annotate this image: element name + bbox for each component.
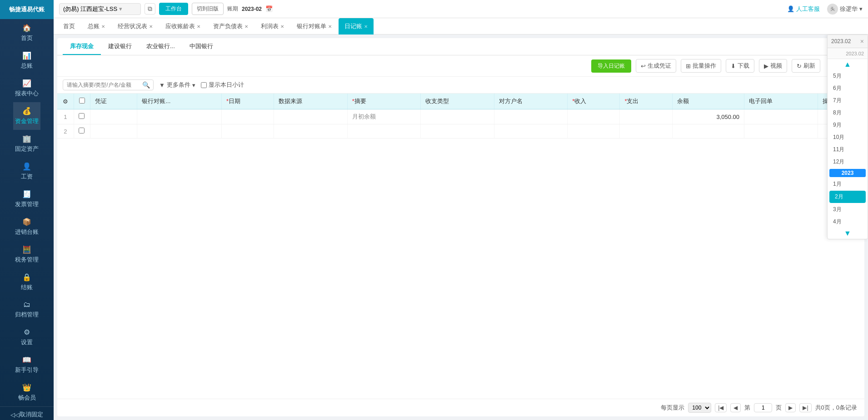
copy-button[interactable]: ⧉ (145, 3, 155, 15)
month-item-current-3[interactable]: 3月 (828, 203, 868, 216)
last-page-button[interactable]: ▶| (799, 403, 811, 412)
headset-icon: 👤 (787, 5, 794, 12)
download-button[interactable]: ⬇ 下载 (726, 59, 754, 73)
old-version-button[interactable]: 切到旧版 (192, 3, 224, 15)
tab-bank-reconcile[interactable]: 银行对账单✕ (291, 18, 338, 35)
month-item-current-4[interactable]: 4月 (828, 216, 868, 228)
import-daily-ledger-button[interactable]: 导入日记账 (591, 59, 631, 73)
more-filter-button[interactable]: ▼ 更多条件 ▾ (159, 81, 195, 89)
sidebar-item-settings[interactable]: ⚙设置 (13, 323, 40, 351)
tab-profit[interactable]: 利润表✕ (255, 18, 290, 35)
chevron-down-icon: ▾ (192, 82, 195, 89)
close-tab-profit-icon[interactable]: ✕ (280, 24, 284, 29)
sidebar-item-label: 报表中心 (15, 89, 39, 98)
month-item-6[interactable]: 6月 (828, 82, 868, 94)
user-menu[interactable]: 头 徐逻华 ▾ (827, 4, 863, 15)
tab-business-status[interactable]: 经营状况表✕ (112, 18, 159, 35)
tab-daily-ledger[interactable]: 日记账✕ (339, 18, 374, 35)
close-tab-ledger-icon[interactable]: ✕ (101, 24, 105, 29)
archive-icon: 🗂 (23, 301, 30, 309)
sidebar-item-home[interactable]: 🏠首页 (13, 19, 40, 47)
unpin-button[interactable]: ◁◁ 取消固定 (0, 406, 54, 420)
calendar-icon[interactable]: 📅 (265, 5, 273, 12)
search-input[interactable] (63, 79, 154, 90)
sidebar-item-payroll[interactable]: 👤工资 (13, 158, 40, 185)
workbench-button[interactable]: 工作台 (159, 3, 188, 15)
sidebar-item-ledger[interactable]: 📊总账 (13, 47, 40, 74)
sub-tab-boc[interactable]: 中国银行 (182, 39, 220, 55)
service-label: 人工客服 (796, 5, 820, 13)
sidebar-item-label: 发票管理 (15, 200, 39, 208)
sub-tab-ccb[interactable]: 建设银行 (101, 39, 139, 55)
ledger-icon: 📊 (22, 51, 31, 60)
cell-row-num: 2 (57, 124, 74, 138)
next-page-button[interactable]: ▶ (785, 403, 796, 412)
search-wrapper: 🔍 (63, 79, 154, 90)
month-item-current-1[interactable]: 1月 (828, 178, 868, 190)
th-checkbox[interactable] (74, 94, 90, 109)
app-name: 畅捷通易代账 (9, 6, 45, 13)
toolbar: 导入日记账 ↩ 生成凭证 ⊞ 批量操作 ⬇ 下载 ▶ (57, 55, 864, 77)
month-item-current-2[interactable]: 2月 (829, 191, 866, 203)
sidebar-item-closing[interactable]: 🔒结账 (13, 268, 40, 296)
customer-service-button[interactable]: 👤 人工客服 (787, 5, 820, 13)
month-item-12[interactable]: 12月 (828, 156, 868, 168)
cell-cashflow-type (421, 109, 494, 124)
sidebar-item-fixed-assets[interactable]: 🏢固定资产 (13, 130, 40, 158)
show-daily-total-label: 显示本日小计 (209, 81, 244, 89)
sidebar-item-archive[interactable]: 🗂归档管理 (13, 296, 40, 323)
refresh-button[interactable]: ↻ 刷新 (792, 59, 820, 73)
per-page-select[interactable]: 2050100200 (688, 403, 711, 413)
th-settings[interactable]: ⚙ (57, 94, 74, 109)
sidebar-item-purchase-sales[interactable]: 📦进销台账 (13, 213, 40, 241)
sub-tab-cash[interactable]: 库存现金 (63, 39, 101, 55)
video-label: 视频 (770, 62, 782, 70)
sidebar-item-tax[interactable]: 🧮税务管理 (13, 241, 40, 268)
month-item-9[interactable]: 9月 (828, 119, 868, 131)
tab-assets-liabilities[interactable]: 资产负债表✕ (207, 18, 254, 35)
close-tab-receivables-icon[interactable]: ✕ (197, 24, 200, 29)
cell-row-num: 1 (57, 109, 74, 124)
month-item-7[interactable]: 7月 (828, 94, 868, 107)
close-tab-bank-reconcile-icon[interactable]: ✕ (328, 24, 332, 29)
tab-ledger[interactable]: 总账✕ (82, 18, 111, 35)
row-checkbox[interactable] (79, 128, 85, 133)
month-item-10[interactable]: 10月 (828, 131, 868, 143)
tab-home[interactable]: 首页 (57, 18, 81, 35)
month-item-5[interactable]: 5月 (828, 70, 868, 82)
cell-checkbox[interactable] (74, 109, 90, 124)
prev-page-button[interactable]: ◀ (730, 403, 741, 412)
video-button[interactable]: ▶ 视频 (759, 59, 787, 73)
batch-ops-button[interactable]: ⊞ 批量操作 (681, 59, 721, 73)
sidebar-item-reports[interactable]: 📈报表中心 (13, 74, 40, 102)
sub-tab-abc[interactable]: 农业银行... (139, 39, 182, 55)
cell-expense (620, 124, 672, 138)
cell-checkbox[interactable] (74, 124, 90, 138)
topbar: (勿易) 江西超宝-LSS ▾ ⧉ 工作台 切到旧版 账期 2023-02 📅 … (54, 0, 868, 18)
close-tab-business-status-icon[interactable]: ✕ (149, 24, 153, 29)
tab-label-home: 首页 (63, 22, 75, 30)
generate-voucher-button[interactable]: ↩ 生成凭证 (636, 59, 676, 73)
nav-up-button[interactable]: ▲ (828, 59, 868, 70)
sidebar-item-invoice[interactable]: 🧾发票管理 (13, 185, 40, 213)
company-selector[interactable]: (勿易) 江西超宝-LSS ▾ (59, 3, 141, 15)
date-picker-panel: 2023.02 × 2023.02 ▲ 5月6月7月8月9月10月11月12月 … (827, 35, 868, 239)
close-tab-assets-liabilities-icon[interactable]: ✕ (244, 24, 248, 29)
sidebar-item-fund[interactable]: 💰资金管理 (13, 102, 40, 130)
page-input[interactable] (754, 403, 772, 412)
daily-ledger-table: ⚙ 凭证 银行对账... *日期 数据来源 *摘要 收支类型 对方户名 *收入 … (57, 94, 864, 138)
sidebar-item-guide[interactable]: 📖新手引导 (13, 351, 40, 379)
month-item-8[interactable]: 8月 (828, 107, 868, 119)
show-daily-total-checkbox[interactable] (201, 82, 207, 88)
month-item-11[interactable]: 11月 (828, 143, 868, 156)
tab-receivables[interactable]: 应收账龄表✕ (160, 18, 206, 35)
show-daily-total-checkbox-label[interactable]: 显示本日小计 (201, 81, 244, 89)
select-all-checkbox[interactable] (79, 98, 85, 104)
sidebar-item-member[interactable]: 👑畅会员 (13, 379, 40, 406)
first-page-button[interactable]: |◀ (715, 403, 727, 412)
close-tab-daily-ledger-icon[interactable]: ✕ (364, 24, 368, 29)
chevron-down-icon: ▾ (859, 5, 863, 12)
close-date-panel-button[interactable]: × (860, 38, 864, 45)
row-checkbox[interactable] (79, 113, 85, 119)
nav-down-button[interactable]: ▼ (828, 228, 868, 239)
